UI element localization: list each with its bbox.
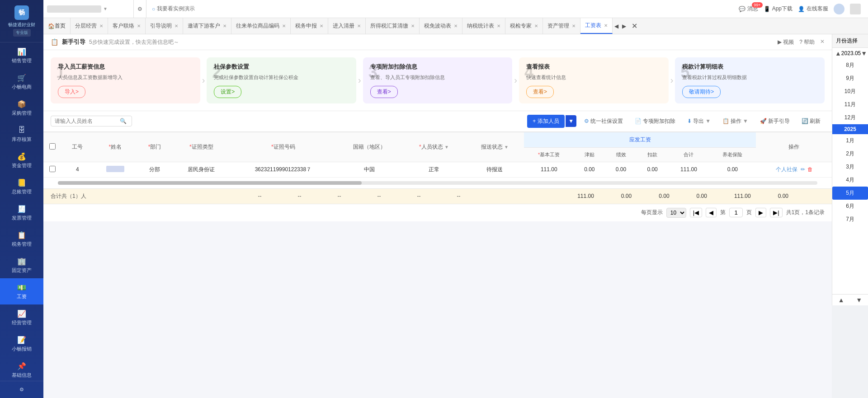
tab-invite[interactable]: 邀请下游客户 ✕ xyxy=(183,18,231,34)
tab-tax-report[interactable]: 税务申报 ✕ xyxy=(291,18,328,34)
month-item-9[interactable]: 9月 xyxy=(832,72,868,85)
sidebar-item-tax[interactable]: 📋 税务管理 xyxy=(0,226,43,252)
month-item-7[interactable]: 7月 xyxy=(832,213,868,226)
tab-next-button[interactable]: ▶ xyxy=(620,18,628,34)
sidebar-item-salary[interactable]: 💵 工资 xyxy=(0,278,43,304)
sidebar-item-invoice[interactable]: 🧾 发票管理 xyxy=(0,200,43,226)
month-item-11[interactable]: 11月 xyxy=(832,98,868,111)
step-3-button[interactable]: 查看> xyxy=(370,86,398,98)
newguide-button[interactable]: 🚀 新手引导 xyxy=(756,115,794,127)
table-scroll-bar[interactable] xyxy=(58,181,817,185)
add-person-dropdown-button[interactable]: ▼ xyxy=(566,115,576,127)
tab-tax-stat[interactable]: 纳税统计表 ✕ xyxy=(462,18,505,34)
sidebar-item-basic[interactable]: 📌 基础信息 xyxy=(0,357,43,381)
sidebar-item-purchase[interactable]: 📦 采购管理 xyxy=(0,95,43,121)
sidebar-item-xiaochang[interactable]: 🛒 小畅电商 xyxy=(0,69,43,95)
month-item-5-active[interactable]: 5月 xyxy=(832,187,868,200)
edit-button[interactable]: ✏ xyxy=(801,166,805,173)
tab-segment[interactable]: 分层经营 ✕ xyxy=(71,18,108,34)
message-button[interactable]: 💬 消息 99+ xyxy=(739,5,758,13)
social-settings-button[interactable]: ⚙ 统一社保设置 xyxy=(580,115,627,127)
tab-asset-close[interactable]: ✕ xyxy=(572,23,576,28)
refresh-button[interactable]: 🔄 刷新 xyxy=(797,115,825,127)
tab-tax-expert[interactable]: 税检专家 ✕ xyxy=(505,18,543,34)
tab-invite-close[interactable]: ✕ xyxy=(223,23,226,28)
step-4-button[interactable]: 查看> xyxy=(526,86,554,98)
guide-close-button[interactable]: ✕ xyxy=(820,38,825,46)
row-checkbox[interactable] xyxy=(49,166,56,172)
month-item-8[interactable]: 8月 xyxy=(832,59,868,72)
tab-salary[interactable]: 工资表 ✕ xyxy=(580,18,613,34)
tab-segment-close[interactable]: ✕ xyxy=(99,23,103,28)
export-button[interactable]: ⬇ 导出 ▼ xyxy=(683,115,715,127)
step-5-button[interactable]: 敬请期待> xyxy=(682,86,721,98)
status-filter-icon[interactable]: ▼ xyxy=(444,145,449,150)
step-2-button[interactable]: 设置> xyxy=(214,86,241,98)
online-service-button[interactable]: 👤 在线客服 xyxy=(798,5,828,13)
tab-home[interactable]: 🏠 首页 xyxy=(43,18,71,34)
add-person-button[interactable]: + 添加人员 xyxy=(527,115,565,128)
month-item-1[interactable]: 1月 xyxy=(832,134,868,147)
special-deduction-button[interactable]: 📄 专项附加扣除 xyxy=(631,115,679,127)
operate-button[interactable]: 📋 操作 ▼ xyxy=(718,115,752,127)
app-logo-icon[interactable]: 畅 xyxy=(14,5,29,20)
tab-clearance-close[interactable]: ✕ xyxy=(357,23,361,28)
month-item-2[interactable]: 2月 xyxy=(832,147,868,160)
tab-tax-exempt-close[interactable]: ✕ xyxy=(454,23,458,28)
month-item-12[interactable]: 12月 xyxy=(832,111,868,124)
guide-help-button[interactable]: ? 帮助 xyxy=(799,38,815,46)
table-scroll-thumb[interactable] xyxy=(58,181,362,185)
personal-insurance-button[interactable]: 个人社保 xyxy=(776,166,797,173)
sidebar-item-finance[interactable]: 💰 资金管理 xyxy=(0,147,43,173)
tab-tax-calc-close[interactable]: ✕ xyxy=(411,23,415,28)
sidebar-item-fixed[interactable]: 🏢 固定资产 xyxy=(0,252,43,278)
tab-guide-close[interactable]: ✕ xyxy=(175,23,178,28)
header-settings-button[interactable]: ⚙ xyxy=(134,0,146,18)
prev-page-button[interactable]: ◀ xyxy=(706,208,717,217)
sidebar-item-report[interactable]: 📝 小畅报销 xyxy=(0,331,43,357)
tab-product-code[interactable]: 往来单位商品编码 ✕ xyxy=(231,18,291,34)
tab-clearance[interactable]: 进入清册 ✕ xyxy=(328,18,366,34)
report-status-filter-icon[interactable]: ▼ xyxy=(504,145,509,150)
tab-tax-calc[interactable]: 所得税汇算清缴 ✕ xyxy=(366,18,420,34)
step-1-button[interactable]: 导入> xyxy=(58,86,85,98)
sidebar-item-operation[interactable]: 📈 经营管理 xyxy=(0,304,43,331)
sidebar-item-inventory[interactable]: 🗄 库存核算 xyxy=(0,121,43,147)
month-item-4[interactable]: 4月 xyxy=(832,173,868,187)
month-next-button[interactable]: ▼ xyxy=(861,50,867,57)
tab-tax-report-close[interactable]: ✕ xyxy=(320,23,323,28)
tab-asset[interactable]: 资产管理 ✕ xyxy=(543,18,580,34)
tab-prev-button[interactable]: ◀ xyxy=(613,18,620,34)
app-download-button[interactable]: 📱 App下载 xyxy=(764,5,793,13)
user-menu[interactable] xyxy=(850,4,861,14)
tab-customer-close[interactable]: ✕ xyxy=(137,23,141,28)
month-scroll-down-button[interactable]: ▼ xyxy=(856,296,862,304)
month-item-3[interactable]: 3月 xyxy=(832,160,868,173)
sidebar-item-ledger[interactable]: 📒 总账管理 xyxy=(0,173,43,200)
tab-salary-close[interactable]: ✕ xyxy=(604,23,608,28)
delete-button[interactable]: 🗑 xyxy=(807,166,813,173)
next-page-button[interactable]: ▶ xyxy=(755,208,766,217)
last-page-button[interactable]: ▶| xyxy=(770,208,782,217)
month-item-10[interactable]: 10月 xyxy=(832,85,868,98)
tab-customer[interactable]: 客户联络 ✕ xyxy=(108,18,146,34)
month-item-6[interactable]: 6月 xyxy=(832,200,868,213)
demo-button[interactable]: ○ 我要看实例演示 xyxy=(146,5,731,13)
user-avatar[interactable] xyxy=(834,4,844,14)
month-scroll-up-button[interactable]: ▲ xyxy=(838,296,844,304)
page-number-input[interactable] xyxy=(729,208,743,217)
account-selector[interactable]: ▼ xyxy=(43,0,134,18)
page-size-select[interactable]: 10 20 50 xyxy=(666,208,686,218)
select-all-checkbox[interactable] xyxy=(49,143,56,150)
tab-tax-expert-close[interactable]: ✕ xyxy=(534,23,538,28)
search-input[interactable] xyxy=(55,118,118,124)
sidebar-settings[interactable]: ⚙ xyxy=(0,381,43,398)
search-icon[interactable]: 🔍 xyxy=(120,118,127,124)
sidebar-item-sales[interactable]: 📊 销售管理 xyxy=(0,42,43,69)
tab-tax-exempt[interactable]: 税免波动表 ✕ xyxy=(420,18,462,34)
tab-close-all-button[interactable]: ✕ xyxy=(628,22,641,30)
month-prev-button[interactable]: ▲ xyxy=(835,50,841,57)
tab-product-code-close[interactable]: ✕ xyxy=(282,23,286,28)
search-box[interactable]: 🔍 xyxy=(51,116,132,126)
tab-guide[interactable]: 引导说明 ✕ xyxy=(146,18,183,34)
